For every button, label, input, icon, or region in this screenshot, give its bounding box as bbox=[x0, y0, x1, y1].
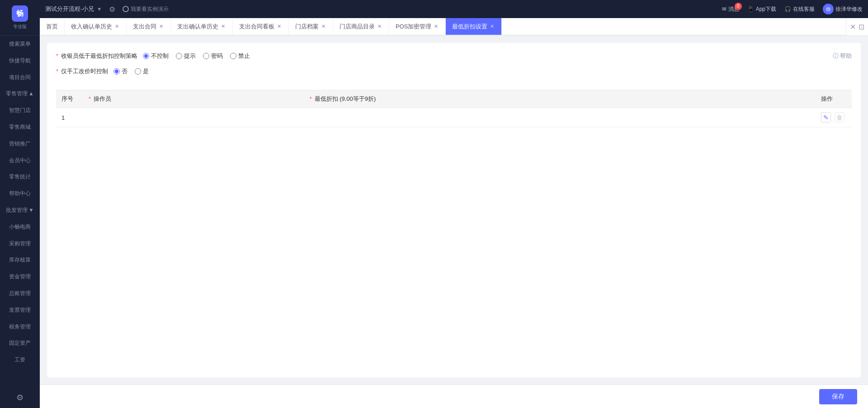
sidebar-item-retail-stats[interactable]: 零售统计 bbox=[0, 169, 40, 185]
demo-link[interactable]: 我要看实例演示 bbox=[123, 5, 169, 13]
tab-close-all-icon[interactable]: ✕ bbox=[850, 23, 856, 31]
sidebar-item-payroll[interactable]: 工资 bbox=[0, 352, 40, 368]
sidebar-item-assets[interactable]: 固定资产 bbox=[0, 335, 40, 352]
messages-badge: 8 bbox=[735, 3, 742, 10]
radio-forbid[interactable]: 禁止 bbox=[230, 52, 250, 60]
content-card: * 收银员低于最低折扣控制策略 不控制 提示 bbox=[47, 43, 861, 377]
row-delete-button[interactable]: 🗑 bbox=[835, 113, 844, 122]
tab-payment-contract[interactable]: 支出合同 ✕ bbox=[127, 18, 171, 35]
manual-price-radio-group: 否 是 bbox=[113, 67, 149, 75]
content-area: * 收银员低于最低折扣控制策略 不控制 提示 bbox=[40, 36, 868, 385]
discount-strategy-label: * 收银员低于最低折扣控制策略 bbox=[56, 52, 137, 60]
tab-store-file[interactable]: 门店档案 ✕ bbox=[289, 18, 333, 35]
sidebar-item-tax[interactable]: 税务管理 bbox=[0, 319, 40, 335]
sidebar-logo: 畅 专业版 bbox=[0, 0, 40, 36]
sidebar-item-smart-store[interactable]: 智慧门店 bbox=[0, 102, 40, 119]
sidebar-item-quicknav[interactable]: 快捷导航 bbox=[0, 52, 40, 69]
user-name-label: 徐泽华修改 bbox=[835, 5, 863, 13]
tab-store-file-close[interactable]: ✕ bbox=[321, 23, 326, 30]
sidebar-item-capital[interactable]: 资金管理 bbox=[0, 268, 40, 285]
tab-store-catalog-close[interactable]: ✕ bbox=[377, 23, 382, 30]
sidebar: 畅 专业版 搜索菜单 快捷导航 项目合同 零售管理 ▲ 智慧门店 零售商城 营销… bbox=[0, 0, 40, 408]
sidebar-item-search[interactable]: 搜索菜单 bbox=[0, 36, 40, 52]
message-icon: ✉ bbox=[722, 6, 726, 12]
tab-payment-board-close[interactable]: ✕ bbox=[276, 23, 282, 30]
demo-label: 我要看实例演示 bbox=[131, 5, 169, 13]
save-button[interactable]: 保存 bbox=[819, 389, 857, 404]
help-button[interactable]: ⓘ 帮助 bbox=[833, 52, 852, 60]
tab-payment-confirm[interactable]: 支出确认单历史 ✕ bbox=[171, 18, 233, 35]
app-logo-icon: 畅 bbox=[12, 5, 28, 22]
tab-min-discount-close[interactable]: ✕ bbox=[489, 23, 495, 30]
messages-button[interactable]: ✉ 消息 8 bbox=[722, 5, 739, 13]
app-download-label: App下载 bbox=[756, 5, 776, 13]
tab-income-confirm-label: 收入确认单历史 bbox=[71, 23, 112, 31]
tab-store-catalog[interactable]: 门店商品目录 ✕ bbox=[333, 18, 389, 35]
sidebar-item-retail[interactable]: 零售管理 ▲ bbox=[0, 85, 40, 102]
col-header-seq: 序号 bbox=[56, 90, 83, 108]
sidebar-item-invoice[interactable]: 发票管理 bbox=[0, 302, 40, 319]
tab-pos-manage-close[interactable]: ✕ bbox=[433, 23, 439, 30]
tab-income-confirm-close[interactable]: ✕ bbox=[114, 23, 120, 30]
question-circle-icon: ⓘ bbox=[833, 52, 839, 60]
radio-manual-no[interactable]: 否 bbox=[113, 67, 127, 75]
table-row: 1 ✎ 🗑 bbox=[56, 108, 852, 127]
sidebar-item-contract[interactable]: 项目合同 bbox=[0, 69, 40, 86]
app-download-button[interactable]: 📱 App下载 bbox=[747, 5, 776, 13]
tab-pos-manage-label: POS加密管理 bbox=[396, 23, 431, 31]
tab-home-label: 首页 bbox=[46, 23, 58, 31]
radio-hint[interactable]: 提示 bbox=[176, 52, 196, 60]
manual-price-row: * 仅手工改价时控制 否 是 bbox=[56, 67, 250, 75]
sidebar-item-help[interactable]: 帮助中心 bbox=[0, 185, 40, 202]
tab-min-discount-label: 最低折扣设置 bbox=[452, 23, 487, 31]
form-section: * 收银员低于最低折扣控制策略 不控制 提示 bbox=[56, 52, 250, 83]
app-version-label: 专业版 bbox=[13, 23, 27, 30]
sidebar-item-ledger[interactable]: 总账管理 bbox=[0, 285, 40, 302]
col-header-operator: * 操作员 bbox=[83, 90, 304, 108]
sidebar-item-ecommerce[interactable]: 小畅电商 bbox=[0, 219, 40, 235]
tab-payment-confirm-label: 支出确认单历史 bbox=[177, 23, 218, 31]
cell-min-discount bbox=[304, 108, 816, 127]
manual-price-label: * 仅手工改价时控制 bbox=[56, 67, 108, 75]
tab-store-file-label: 门店档案 bbox=[295, 23, 319, 31]
tab-min-discount[interactable]: 最低折扣设置 ✕ bbox=[446, 18, 502, 35]
cell-actions: ✎ 🗑 bbox=[816, 108, 852, 127]
tabbar-actions: ✕ ⊡ bbox=[846, 18, 868, 35]
tabbar-outer: 首页 收入确认单历史 ✕ 支出合同 ✕ 支出确认单历史 ✕ 支出合同看板 ✕ 门… bbox=[40, 18, 868, 36]
row-edit-button[interactable]: ✎ bbox=[821, 113, 831, 122]
project-chevron-icon: ▼ bbox=[97, 6, 102, 12]
online-service-button[interactable]: 🎧 在线客服 bbox=[784, 5, 815, 13]
cell-operator bbox=[83, 108, 304, 127]
radio-no-control[interactable]: 不控制 bbox=[143, 52, 169, 60]
headset-icon: 🎧 bbox=[784, 6, 791, 12]
footer-bar: 保存 bbox=[40, 385, 868, 408]
tab-home[interactable]: 首页 bbox=[40, 18, 65, 35]
tab-payment-board[interactable]: 支出合同看板 ✕ bbox=[233, 18, 289, 35]
tab-maximize-icon[interactable]: ⊡ bbox=[859, 23, 864, 31]
sidebar-item-wholesale[interactable]: 批发管理 ▼ bbox=[0, 202, 40, 219]
tab-payment-board-label: 支出合同看板 bbox=[239, 23, 274, 31]
col-header-min-discount: * 最低折扣 (9.00等于9折) bbox=[304, 90, 816, 108]
user-menu-button[interactable]: 徐 徐泽华修改 bbox=[823, 4, 863, 14]
topbar: 测试分开流程-小兄 ▼ ⚙ 我要看实例演示 ✉ 消息 8 📱 App下载 🎧 在… bbox=[40, 0, 868, 18]
main-area: 测试分开流程-小兄 ▼ ⚙ 我要看实例演示 ✉ 消息 8 📱 App下载 🎧 在… bbox=[40, 0, 868, 408]
sidebar-item-retail-mall[interactable]: 零售商城 bbox=[0, 119, 40, 136]
tab-payment-contract-close[interactable]: ✕ bbox=[158, 23, 164, 30]
project-selector[interactable]: 测试分开流程-小兄 ▼ bbox=[45, 5, 102, 13]
tab-payment-confirm-close[interactable]: ✕ bbox=[220, 23, 226, 30]
table-outer: 序号 * 操作员 * 最低折扣 (9.00等于9折) 操作 bbox=[56, 90, 852, 127]
radio-password[interactable]: 密码 bbox=[203, 52, 223, 60]
sidebar-item-purchase[interactable]: 采购管理 bbox=[0, 235, 40, 252]
sidebar-settings-button[interactable]: ⚙ bbox=[11, 387, 29, 408]
user-avatar: 徐 bbox=[823, 4, 834, 14]
project-name: 测试分开流程-小兄 bbox=[45, 5, 94, 13]
sidebar-item-marketing[interactable]: 营销推广 bbox=[0, 136, 40, 152]
radio-manual-yes[interactable]: 是 bbox=[135, 67, 149, 75]
sidebar-item-member[interactable]: 会员中心 bbox=[0, 152, 40, 169]
tab-pos-manage[interactable]: POS加密管理 ✕ bbox=[389, 18, 446, 35]
discount-strategy-row: * 收银员低于最低折扣控制策略 不控制 提示 bbox=[56, 52, 250, 60]
topbar-settings-icon[interactable]: ⚙ bbox=[107, 3, 117, 15]
tab-store-catalog-label: 门店商品目录 bbox=[340, 23, 375, 31]
tab-income-confirm[interactable]: 收入确认单历史 ✕ bbox=[65, 18, 127, 35]
sidebar-item-inventory[interactable]: 库存核算 bbox=[0, 252, 40, 268]
